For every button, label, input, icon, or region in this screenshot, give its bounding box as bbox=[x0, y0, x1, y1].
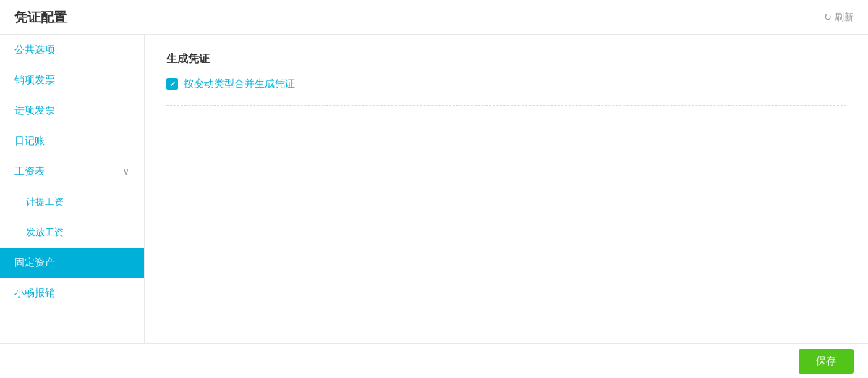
sidebar-item-label: 日记账 bbox=[14, 135, 45, 148]
sidebar-item-payroll-table[interactable]: 工资表∨ bbox=[0, 156, 144, 187]
sidebar-item-sales-invoice[interactable]: 销项发票 bbox=[0, 65, 144, 96]
merge-checkbox[interactable] bbox=[166, 78, 178, 90]
checkbox-label: 按变动类型合并生成凭证 bbox=[184, 77, 295, 91]
sidebar-item-payroll-accrual[interactable]: 计提工资 bbox=[0, 187, 144, 217]
sidebar-item-label: 计提工资 bbox=[26, 196, 64, 209]
sidebar-item-label: 工资表 bbox=[14, 165, 45, 178]
footer: 保存 bbox=[0, 343, 868, 378]
content-area: 生成凭证 按变动类型合并生成凭证 bbox=[145, 35, 868, 343]
section-title: 生成凭证 bbox=[166, 52, 846, 66]
page-header: 凭证配置 ↻ 刷新 bbox=[0, 0, 868, 35]
sidebar-item-label: 固定资产 bbox=[14, 256, 55, 269]
sidebar-item-payroll-payment[interactable]: 发放工资 bbox=[0, 217, 144, 248]
sidebar-item-label: 发放工资 bbox=[26, 226, 64, 239]
sidebar-item-journal[interactable]: 日记账 bbox=[0, 126, 144, 156]
sidebar-item-label: 公共选项 bbox=[14, 43, 55, 56]
sidebar-item-label: 进项发票 bbox=[14, 104, 55, 117]
refresh-button[interactable]: ↻ 刷新 bbox=[824, 11, 854, 24]
save-button[interactable]: 保存 bbox=[799, 349, 854, 374]
main-layout: 公共选项销项发票进项发票日记账工资表∨计提工资发放工资固定资产小畅报销 生成凭证… bbox=[0, 35, 868, 343]
chevron-down-icon: ∨ bbox=[123, 167, 129, 177]
sidebar-item-expense[interactable]: 小畅报销 bbox=[0, 278, 144, 308]
sidebar-item-label: 销项发票 bbox=[14, 74, 55, 87]
sidebar-item-fixed-assets[interactable]: 固定资产 bbox=[0, 248, 144, 278]
checkbox-row: 按变动类型合并生成凭证 bbox=[166, 77, 846, 91]
refresh-label: 刷新 bbox=[835, 11, 854, 24]
divider bbox=[166, 105, 846, 106]
sidebar: 公共选项销项发票进项发票日记账工资表∨计提工资发放工资固定资产小畅报销 bbox=[0, 35, 145, 343]
page-title: 凭证配置 bbox=[14, 9, 67, 26]
sidebar-item-label: 小畅报销 bbox=[14, 287, 55, 300]
sidebar-item-purchase-invoice[interactable]: 进项发票 bbox=[0, 96, 144, 126]
sidebar-item-public-options[interactable]: 公共选项 bbox=[0, 35, 144, 65]
refresh-icon: ↻ bbox=[824, 12, 832, 22]
